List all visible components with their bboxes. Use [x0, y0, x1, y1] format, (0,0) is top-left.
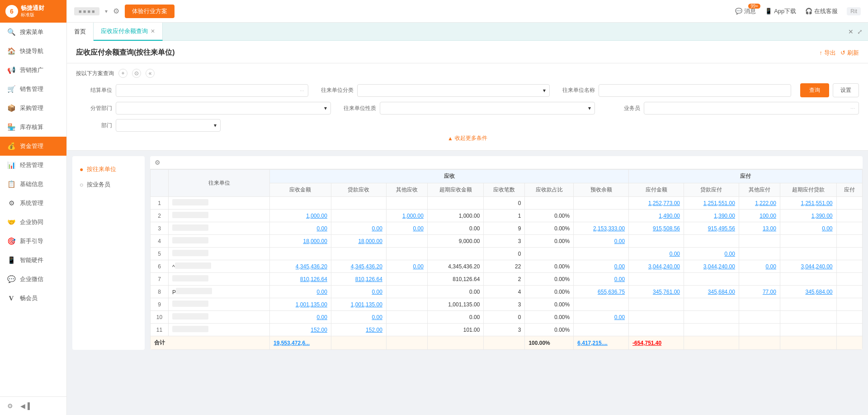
partner-category-dropdown[interactable]: ▾ — [357, 84, 550, 97]
purchase-icon: 📦 — [7, 104, 15, 112]
table-row: 91,001,135.001,001,135.001,001,135.0030.… — [151, 298, 863, 311]
add-scheme-button[interactable]: + — [118, 69, 127, 78]
query-button[interactable]: 查询 — [800, 83, 829, 97]
footer-label: 合计 — [151, 336, 270, 350]
footer-prepay[interactable]: 6,417,215.... — [574, 336, 629, 350]
col-group-recv: 应收 — [270, 170, 629, 183]
sidebar-item-search[interactable]: 🔍 搜索菜单 — [0, 23, 66, 42]
footer-recv-count — [484, 336, 525, 350]
sidebar: 6 畅捷通财 标准版 🔍 搜索菜单 🏠 快捷导航 📢 营销推广 🛒 销售管理 📦… — [0, 0, 67, 415]
message-button[interactable]: 💬 消息 99+ — [735, 7, 756, 15]
department-label: 部门 — [76, 122, 112, 129]
footer-recv-amt[interactable]: 19,553,472,6... — [270, 336, 331, 350]
sidebar-item-basic-info[interactable]: 📋 基础信息 — [0, 175, 66, 194]
footer-loan-recv — [331, 336, 386, 350]
table-row: 101,252,773.001,251,551.001,222.001,251,… — [151, 197, 863, 210]
footer-other-pay — [739, 336, 780, 350]
close-window-icon[interactable]: ✕ — [848, 28, 854, 35]
app-download-button[interactable]: 📱 App下载 — [765, 7, 796, 15]
footer-recv-ratio: 100.00% — [525, 336, 574, 350]
table-scroll[interactable]: 往来单位 应收 应付 应收金额 贷款应收 其他应收 超期应收金额 应收笔数 应收… — [150, 169, 863, 350]
search-rows: 结算单位 ··· 往来单位分类 ▾ 往来单位名称 — [76, 83, 859, 132]
salesman-input[interactable]: ··· — [644, 102, 859, 114]
tab-receivable[interactable]: 应收应付余额查询 ✕ — [94, 23, 163, 41]
headset-icon: 🎧 — [805, 8, 812, 14]
refresh-button[interactable]: ↺ 刷新 — [840, 49, 859, 57]
partner-name-label: 往来单位名称 — [559, 86, 595, 94]
sidebar-item-vip[interactable]: V 畅会员 — [0, 289, 66, 308]
footer-overdue-recv — [427, 336, 484, 350]
col-no — [151, 170, 169, 197]
filter-by-unit[interactable]: ● 按往来单位 — [72, 162, 145, 177]
collapse-button[interactable]: ▲ 收起更多条件 — [76, 132, 859, 145]
filter-salesman-icon: ○ — [80, 181, 83, 188]
table-row: 7810,126.64810,126.64810,126.6420.00%0.0… — [151, 273, 863, 286]
dept-field: 分管部门 ▾ — [76, 102, 331, 114]
dept-dropdown[interactable]: ▾ — [116, 102, 331, 114]
col-other-recv: 其他应收 — [386, 183, 427, 197]
collapse-icon[interactable]: ◀▐ — [20, 402, 30, 410]
sidebar-item-nav[interactable]: 🏠 快捷导航 — [0, 42, 66, 61]
settings-button[interactable]: 设置 — [833, 83, 859, 97]
col-recv-ratio: 应收款占比 — [525, 183, 574, 197]
sidebar-item-guide[interactable]: 🎯 新手引导 — [0, 232, 66, 251]
user-info: Rit — [847, 7, 861, 15]
online-service-button[interactable]: 🎧 在线客服 — [805, 7, 838, 15]
export-button[interactable]: ↑ 导出 — [820, 49, 836, 57]
partner-category-field: 往来单位分类 ▾ — [317, 84, 550, 97]
col-prepay: 预收余额 — [574, 183, 629, 197]
col-pay: 应付 — [836, 183, 862, 197]
sidebar-item-hardware[interactable]: 📱 智能硬件 — [0, 251, 66, 270]
breadcrumb-chevron[interactable]: ▾ — [105, 8, 108, 14]
input-dots-icon: ··· — [300, 87, 304, 94]
topbar-gear-icon[interactable]: ⚙ — [113, 7, 119, 15]
col-recv-amt: 应收金额 — [270, 183, 331, 197]
col-pay-amt: 应付金额 — [629, 183, 684, 197]
vip-icon: V — [7, 295, 15, 302]
plan-button[interactable]: 体验行业方案 — [125, 5, 175, 18]
scheme-settings-button[interactable]: ⊙ — [132, 69, 141, 78]
settlement-unit-field: 结算单位 ··· — [76, 84, 308, 97]
partner-nature-dropdown[interactable]: ▾ — [380, 102, 595, 114]
tabbar: 首页 应收应付余额查询 ✕ ✕ ⤢ — [67, 23, 868, 41]
sidebar-item-operations[interactable]: 📊 经营管理 — [0, 156, 66, 175]
settings-bottom-icon[interactable]: ⚙ — [7, 402, 13, 410]
col-partner: 往来单位 — [169, 170, 270, 197]
department-dropdown[interactable]: ▾ — [116, 119, 221, 132]
sidebar-item-inventory[interactable]: 🏪 库存核算 — [0, 118, 66, 137]
sidebar-item-collab[interactable]: 🤝 企业协同 — [0, 213, 66, 232]
chevron-down-icon-2: ▾ — [324, 105, 327, 111]
tab-home[interactable]: 首页 — [67, 23, 94, 41]
footer-pay — [836, 336, 862, 350]
footer-other-recv — [386, 336, 427, 350]
filter-by-salesman[interactable]: ○ 按业务员 — [72, 177, 145, 192]
message-icon: 💬 — [735, 8, 742, 14]
salesman-field: 业务员 ··· — [604, 102, 859, 114]
maximize-icon[interactable]: ⤢ — [857, 28, 863, 35]
table-row: 500.000.00 — [151, 248, 863, 260]
settlement-unit-input[interactable]: ··· — [116, 84, 308, 97]
sidebar-item-finance[interactable]: 💰 资金管理 — [0, 137, 66, 156]
topbar: ■ ■ ■ ■ ▾ ⚙ 体验行业方案 💬 消息 99+ 📱 App下载 🎧 在线… — [67, 0, 868, 23]
footer-loan-pay — [684, 336, 739, 350]
tab-close-icon[interactable]: ✕ — [151, 28, 155, 34]
logo-text: 畅捷通财 标准版 — [21, 5, 44, 18]
table-row: 11152.00152.00101.0030.00% — [151, 324, 863, 336]
sidebar-item-marketing[interactable]: 📢 营销推广 — [0, 61, 66, 80]
table-settings-icon[interactable]: ⚙ — [155, 159, 160, 166]
footer-pay-amt[interactable]: -654,751.40 — [629, 336, 684, 350]
chevron-down-icon-3: ▾ — [588, 105, 591, 111]
content-area: ● 按往来单位 ○ 按业务员 ⚙ — [67, 151, 868, 355]
search-row-3: 部门 ▾ — [76, 119, 859, 132]
scheme-collapse-button[interactable]: « — [146, 69, 155, 78]
main-area: ■ ■ ■ ■ ▾ ⚙ 体验行业方案 💬 消息 99+ 📱 App下载 🎧 在线… — [67, 0, 868, 415]
sidebar-item-sales[interactable]: 🛒 销售管理 — [0, 80, 66, 99]
sidebar-item-wechat[interactable]: 💬 企业微信 — [0, 270, 66, 289]
partner-name-input[interactable] — [599, 84, 791, 97]
finance-icon: 💰 — [7, 142, 15, 150]
sidebar-item-purchase[interactable]: 📦 采购管理 — [0, 99, 66, 118]
sidebar-item-system[interactable]: ⚙ 系统管理 — [0, 194, 66, 213]
data-table: 往来单位 应收 应付 应收金额 贷款应收 其他应收 超期应收金额 应收笔数 应收… — [150, 169, 863, 350]
partner-name-field: 往来单位名称 — [559, 84, 791, 97]
guide-icon: 🎯 — [7, 237, 15, 245]
